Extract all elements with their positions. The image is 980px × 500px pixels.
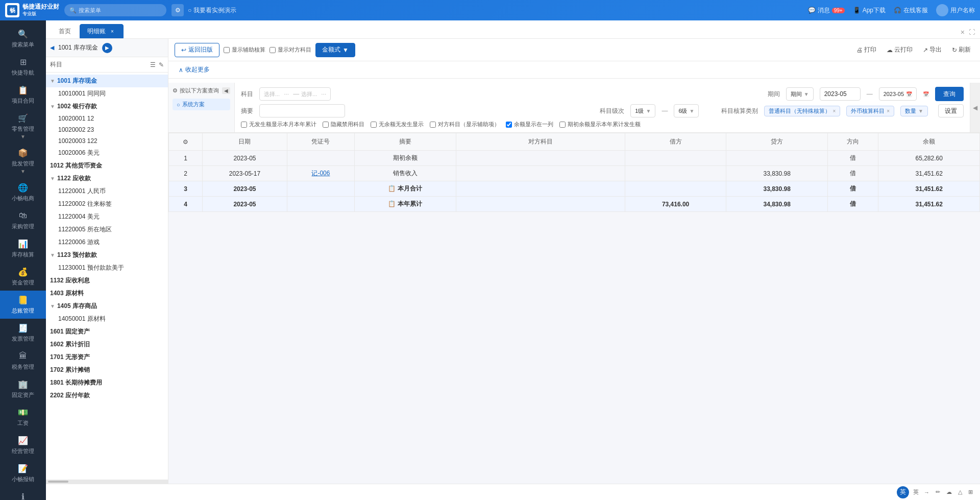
period-from-input[interactable]	[820, 87, 861, 101]
tag-normal-close[interactable]: ×	[832, 108, 836, 114]
sidebar-item-wholesale[interactable]: 📦 批发管理 ▼	[0, 144, 46, 178]
period-to-calendar[interactable]: 📅	[923, 91, 929, 97]
account-item-1012[interactable]: 1012 其他货币资金	[46, 159, 168, 172]
forward-btn[interactable]: ▶	[102, 43, 112, 53]
account-item-1701[interactable]: 1701 无形资产	[46, 351, 168, 364]
cloud-icon[interactable]: ☁	[945, 488, 953, 496]
tab-home[interactable]: 首页	[51, 24, 79, 38]
sidebar-item-ecommerce[interactable]: 🌐 小畅电商	[0, 178, 46, 206]
amount-format-btn[interactable]: 金额式 ▼	[315, 43, 355, 57]
tag-foreign[interactable]: 外币核算科目 ×	[846, 106, 894, 116]
side-arrow[interactable]: ◀	[970, 83, 980, 132]
list-view-icon[interactable]: ☰	[150, 61, 156, 68]
refresh-btn[interactable]: ↻ 刷新	[949, 44, 974, 55]
account-item-1001[interactable]: ▼ 1001 库存现金	[46, 75, 168, 87]
checkbox1[interactable]: 无发生额显示本月本年累计	[241, 121, 316, 128]
sidebar-item-basic[interactable]: ℹ 基础信息	[0, 487, 46, 500]
upload-icon[interactable]: △	[957, 488, 963, 496]
lang-toggle[interactable]: 英	[913, 488, 919, 496]
account-item-11220006[interactable]: 11220006 游戏	[46, 236, 168, 249]
checkbox3-input[interactable]	[371, 122, 377, 128]
sidebar-item-purchase[interactable]: 🛍 采购管理	[0, 206, 46, 234]
account-item-1132[interactable]: 1132 应收利息	[46, 274, 168, 287]
account-item-10020001[interactable]: 10020001 12	[46, 113, 168, 124]
grid-icon[interactable]: ⊞	[967, 488, 974, 496]
account-item-11230001[interactable]: 11230001 预付款款美于	[46, 261, 168, 274]
account-item-1602[interactable]: 1602 累计折旧	[46, 338, 168, 351]
collapse-panel-btn[interactable]: ◀	[222, 87, 230, 94]
account-item-11220002[interactable]: 11220002 往来标签	[46, 198, 168, 210]
edit-icon[interactable]: ✎	[159, 61, 164, 68]
account-item-1002[interactable]: ▼ 1002 银行存款	[46, 100, 168, 113]
horizontal-scrollbar[interactable]	[46, 480, 168, 484]
account-select[interactable]: 选择... ··· — 选择... ···	[259, 87, 331, 101]
settings-icon[interactable]: ⚙	[172, 4, 184, 16]
tab-ledger[interactable]: 明细账 ×	[80, 24, 124, 38]
demo-link[interactable]: ○ 我要看实例演示	[188, 6, 236, 15]
cloud-print-btn[interactable]: ☁ 云打印	[884, 44, 916, 55]
table-scroll[interactable]: ⚙ 日期 凭证号 摘要	[168, 133, 980, 484]
sidebar-item-quick-nav[interactable]: ⊞ 快捷导航	[0, 53, 46, 81]
checkbox6-input[interactable]	[559, 122, 566, 128]
sidebar-item-project[interactable]: 📋 项目合同	[0, 81, 46, 109]
account-item-1702[interactable]: 1702 累计摊销	[46, 364, 168, 376]
voucher-link[interactable]: 记-006	[311, 170, 330, 177]
col-settings[interactable]: ⚙	[169, 133, 203, 151]
sidebar-item-tax[interactable]: 🏛 税务管理	[0, 347, 46, 375]
system-scheme-btn[interactable]: ○ 系统方案	[173, 99, 230, 110]
account-item-1601[interactable]: 1601 固定资产	[46, 325, 168, 338]
show-auxiliary-checkbox[interactable]: 显示辅助核算	[224, 46, 265, 54]
account-item-10020006[interactable]: 10020006 美元	[46, 147, 168, 159]
more-btn[interactable]: ∧ 收起更多	[175, 63, 214, 76]
sidebar-item-search[interactable]: 🔍 搜索菜单	[0, 25, 46, 53]
account-item-2202[interactable]: 2202 应付年款	[46, 389, 168, 402]
account-item-1801[interactable]: 1801 长期待摊费用	[46, 376, 168, 389]
sidebar-item-ledger[interactable]: 📒 总账管理	[0, 291, 46, 319]
checkbox2-input[interactable]	[323, 122, 329, 128]
show-auxiliary-input[interactable]	[224, 47, 230, 53]
sidebar-item-invoice[interactable]: 🧾 发票管理	[0, 319, 46, 347]
account-item-11220005[interactable]: 11220005 所在地区	[46, 223, 168, 236]
account-item-10020002[interactable]: 10020002 23	[46, 124, 168, 135]
user-profile[interactable]: 用户名称	[936, 4, 975, 16]
account-item-1123[interactable]: ▼ 1123 预付款款	[46, 249, 168, 261]
sidebar-item-inventory[interactable]: 📊 库存核算	[0, 234, 46, 263]
level-from-select[interactable]: 1级 ▼	[630, 104, 655, 117]
show-counterpart-checkbox[interactable]: 显示对方科目	[270, 46, 311, 54]
tag-normal[interactable]: 普通科目（无特殊核算） ×	[764, 106, 840, 116]
sidebar-item-finance[interactable]: 💰 资金管理	[0, 263, 46, 291]
sidebar-item-fixed-assets[interactable]: 🏢 固定资产	[0, 375, 46, 403]
checkbox3[interactable]: 无余额无发生显示	[371, 121, 424, 128]
period-type-select[interactable]: 期间 ▼	[786, 87, 814, 101]
summary-input[interactable]	[259, 104, 345, 117]
tag-quantity[interactable]: 数量 ▼	[900, 106, 928, 116]
checkbox1-input[interactable]	[241, 122, 247, 128]
sidebar-item-report[interactable]: 📝 小畅报销	[0, 459, 46, 487]
return-old-btn[interactable]: ↩ 返回旧版	[175, 43, 219, 57]
lang-btn[interactable]: 英	[897, 486, 909, 498]
query-btn[interactable]: 查询	[935, 87, 964, 101]
tag-foreign-close[interactable]: ×	[887, 108, 890, 114]
show-counterpart-input[interactable]	[270, 47, 276, 53]
settings-btn-small[interactable]: 设置	[938, 104, 964, 117]
account-item-10010001[interactable]: 10010001 同同同	[46, 87, 168, 100]
window-maximize-btn[interactable]: ⛶	[969, 29, 975, 36]
checkbox4[interactable]: 对方科目（显示辅助项）	[430, 121, 500, 128]
checkbox2[interactable]: 隐藏禁用科目	[323, 121, 364, 128]
tab-close-btn[interactable]: ×	[109, 28, 116, 35]
checkbox4-input[interactable]	[430, 122, 436, 128]
sidebar-item-business[interactable]: 📈 经营管理	[0, 431, 46, 459]
export-btn[interactable]: ↗ 导出	[920, 44, 945, 55]
account-item-1405[interactable]: ▼ 1405 库存商品	[46, 300, 168, 313]
account-item-1122[interactable]: ▼ 1122 应收款	[46, 172, 168, 185]
menu-search[interactable]: 🔍 搜索菜单	[64, 4, 166, 16]
period-to-input-wrap[interactable]: 2023-05 📅	[879, 87, 917, 101]
checkbox5-input[interactable]	[506, 122, 512, 128]
message-btn[interactable]: 💬 消息 99+	[808, 6, 845, 15]
print-btn[interactable]: 🖨 打印	[853, 44, 879, 55]
account-item-11220004[interactable]: 11220004 美元	[46, 210, 168, 223]
app-download-btn[interactable]: 📱 App下载	[853, 6, 886, 15]
checkbox6[interactable]: 期初余额显示本年累计发生额	[559, 121, 641, 128]
level-to-select[interactable]: 6级 ▼	[674, 104, 699, 117]
edit-status-icon[interactable]: ✏	[935, 488, 941, 496]
